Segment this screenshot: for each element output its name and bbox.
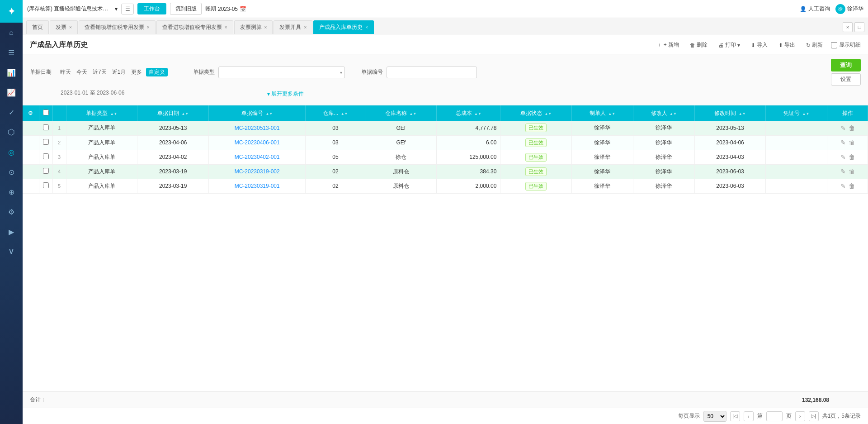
th-warehouse-code[interactable]: 仓库... ▲▼ — [306, 105, 365, 121]
tab-product-instock[interactable]: 产成品入库单历史 × — [313, 20, 374, 34]
support-link[interactable]: 👤 人工咨询 — [800, 5, 830, 13]
delete-icon-1[interactable]: 🗑 — [849, 139, 855, 146]
edit-icon-3[interactable]: ✎ — [840, 168, 846, 175]
tab-invoice-open[interactable]: 发票开具 × — [274, 20, 312, 34]
sidebar-item-documents[interactable]: ☰ — [0, 43, 23, 62]
cut-to-old-button[interactable]: 切到旧版 — [170, 3, 202, 15]
tab-view-sales-close[interactable]: × — [147, 25, 150, 30]
delete-icon-3[interactable]: 🗑 — [849, 168, 855, 175]
shortcut-yesterday[interactable]: 昨天 — [59, 68, 72, 76]
page-title: 产成品入库单历史 — [30, 40, 88, 50]
sidebar-item-warehouse[interactable]: ⬡ — [0, 122, 23, 142]
per-page-select[interactable]: 50 10 20 100 — [703, 411, 726, 422]
tab-view-input-close[interactable]: × — [225, 25, 227, 30]
delete-icon-2[interactable]: 🗑 — [849, 153, 855, 161]
tab-invoice-label: 发票 — [56, 24, 66, 31]
company-selector[interactable]: (库存核算) 直播轻绑通信息技术股份... ▾ — [27, 5, 118, 13]
tab-close-all-btn[interactable]: × — [843, 22, 853, 32]
row-checkbox-0[interactable] — [43, 124, 49, 130]
edit-icon-0[interactable]: ✎ — [840, 124, 846, 132]
first-page-btn[interactable]: |◁ — [730, 411, 740, 421]
next-page-btn[interactable]: › — [795, 411, 805, 421]
doc-type-select[interactable] — [218, 67, 345, 78]
sidebar-item-active[interactable]: ◎ — [0, 142, 23, 162]
calendar-icon[interactable]: 📅 — [240, 6, 246, 12]
th-modify-time[interactable]: 修改时间 ▲▼ — [694, 105, 766, 121]
refresh-button[interactable]: ↻ 刷新 — [803, 40, 826, 50]
cell-doc-num-2[interactable]: MC-20230402-001 — [209, 150, 306, 164]
sidebar-item-version[interactable]: V — [0, 242, 23, 262]
company-dropdown-icon: ▾ — [115, 6, 118, 12]
cell-doc-num-4[interactable]: MC-20230319-001 — [209, 179, 306, 193]
edit-icon-2[interactable]: ✎ — [840, 153, 846, 161]
sidebar-item-tasks[interactable]: ✓ — [0, 102, 23, 122]
sidebar-item-stamp[interactable]: ⊙ — [0, 162, 23, 182]
action-icons-3: ✎ 🗑 — [831, 168, 864, 175]
th-creator[interactable]: 制单人 ▲▼ — [572, 105, 633, 121]
sidebar-item-chart[interactable]: 📊 — [0, 62, 23, 82]
row-checkbox-2[interactable] — [43, 153, 49, 159]
cell-row-num-3: 4 — [52, 164, 66, 179]
query-button[interactable]: 查询 — [831, 59, 861, 71]
th-doc-status[interactable]: 单据状态 ▲▼ — [500, 105, 572, 121]
new-button[interactable]: ＋ + 新增 — [654, 40, 682, 50]
tab-view-input-vat[interactable]: 查看进项增值税专用发票 × — [156, 20, 233, 34]
select-all-checkbox[interactable] — [43, 110, 49, 115]
delete-icon-0[interactable]: 🗑 — [849, 124, 855, 132]
sidebar-item-video[interactable]: ▶ — [0, 222, 23, 242]
workbench-button[interactable]: 工作台 — [137, 3, 166, 14]
delete-icon-4[interactable]: 🗑 — [849, 182, 855, 190]
th-settings[interactable]: ⚙ — [23, 105, 39, 121]
topbar: (库存核算) 直播轻绑通信息技术股份... ▾ ☰ 工作台 切到旧版 账期 20… — [23, 0, 868, 18]
tab-invoice[interactable]: 发票 × — [50, 20, 78, 34]
settings-button[interactable]: 设置 — [831, 73, 861, 86]
delete-button[interactable]: 🗑 删除 — [687, 40, 710, 50]
edit-icon-4[interactable]: ✎ — [840, 182, 846, 190]
th-warehouse-name[interactable]: 仓库名称 ▲▼ — [365, 105, 437, 121]
cell-doc-num-1[interactable]: MC-20230406-001 — [209, 135, 306, 150]
tab-invoice-open-close[interactable]: × — [304, 25, 307, 30]
tab-maximize-btn[interactable]: □ — [854, 22, 864, 32]
cell-doc-num-3[interactable]: MC-20230319-002 — [209, 164, 306, 179]
page-input[interactable]: 1 — [766, 411, 783, 421]
table-footer: 合计： 132,168.08 — [23, 391, 868, 408]
sidebar-item-analysis[interactable]: 📈 — [0, 82, 23, 102]
export-button[interactable]: ⬆ 导出 — [776, 40, 798, 50]
doc-num-input[interactable] — [387, 67, 477, 78]
tab-view-sales-vat[interactable]: 查看销项增值税专用发票 × — [79, 20, 156, 34]
doc-icon-btn[interactable]: ☰ — [121, 4, 134, 14]
shortcut-more[interactable]: 更多 — [130, 68, 143, 76]
th-doc-date[interactable]: 单据日期 ▲▼ — [137, 105, 209, 121]
user-profile[interactable]: 徐 徐泽华 — [835, 4, 863, 14]
print-button[interactable]: 🖨 打印 ▾ — [716, 40, 743, 50]
tab-home[interactable]: 首页 — [26, 20, 49, 34]
prev-page-btn[interactable]: ‹ — [744, 411, 754, 421]
th-doc-type[interactable]: 单据类型 ▲▼ — [66, 105, 137, 121]
sidebar-item-home[interactable]: ⌂ — [0, 23, 23, 43]
row-checkbox-3[interactable] — [43, 168, 49, 174]
shortcut-custom[interactable]: 自定义 — [146, 68, 168, 76]
shortcut-1month[interactable]: 近1月 — [111, 68, 127, 76]
cell-doc-num-0[interactable]: MC-20230513-001 — [209, 121, 306, 135]
th-total-cost[interactable]: 总成本 ▲▼ — [437, 105, 500, 121]
row-checkbox-1[interactable] — [43, 139, 49, 145]
tab-product-instock-close[interactable]: × — [365, 25, 368, 30]
sidebar-item-settings[interactable]: ⚙ — [0, 202, 23, 222]
import-button[interactable]: ⬇ 导入 — [748, 40, 770, 50]
cell-creator-4: 徐泽华 — [572, 179, 633, 193]
row-checkbox-4[interactable] — [43, 182, 49, 188]
tab-invoice-calc-close[interactable]: × — [264, 25, 267, 30]
expand-more-btn[interactable]: ▾ 展开更多条件 — [267, 90, 304, 98]
last-page-btn[interactable]: ▷| — [809, 411, 819, 421]
th-voucher-num[interactable]: 凭证号 ▲▼ — [766, 105, 827, 121]
th-modifier[interactable]: 修改人 ▲▼ — [633, 105, 694, 121]
shortcut-7days[interactable]: 近7天 — [91, 68, 108, 76]
print-dropdown-icon: ▾ — [737, 42, 740, 48]
th-doc-num[interactable]: 单据编号 ▲▼ — [209, 105, 306, 121]
edit-icon-1[interactable]: ✎ — [840, 139, 846, 146]
tab-invoice-close[interactable]: × — [69, 25, 72, 30]
shortcut-today[interactable]: 今天 — [75, 68, 89, 76]
display-toggle-checkbox[interactable] — [831, 42, 837, 48]
sidebar-item-flow[interactable]: ⊕ — [0, 182, 23, 202]
tab-invoice-calc[interactable]: 发票测算 × — [234, 20, 273, 34]
